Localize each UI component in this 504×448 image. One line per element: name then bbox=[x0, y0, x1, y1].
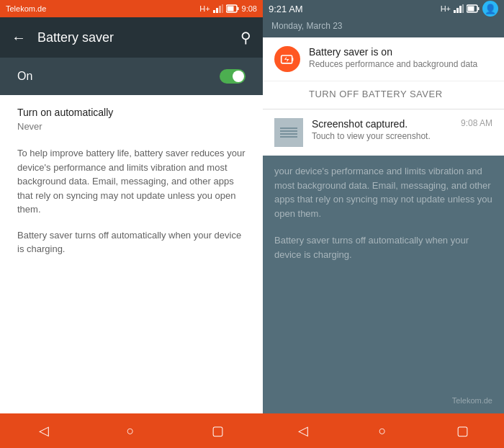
toolbar: ← Battery saver ⚲ bbox=[0, 17, 263, 58]
time-right: 9:21 AM bbox=[269, 4, 303, 14]
battery-saver-toggle[interactable] bbox=[220, 69, 246, 84]
status-icons-right: H+ 👤 bbox=[441, 1, 498, 17]
svg-rect-1 bbox=[216, 8, 218, 13]
description-2: Battery saver turns off automatically wh… bbox=[17, 228, 246, 256]
time-left: 9:08 bbox=[242, 4, 257, 13]
status-bar-right: 9:21 AM H+ 👤 bbox=[263, 0, 504, 17]
svg-rect-6 bbox=[227, 6, 233, 12]
nav-bar-left: ◁ ○ ▢ bbox=[0, 413, 263, 448]
svg-rect-3 bbox=[222, 4, 223, 13]
screenshot-notification[interactable]: Screenshot captured. 9:08 AM Touch to vi… bbox=[263, 109, 504, 156]
screenshot-title-row: Screenshot captured. 9:08 AM bbox=[312, 118, 492, 131]
battery-icon bbox=[226, 4, 239, 13]
svg-rect-8 bbox=[456, 8, 459, 13]
avatar: 👤 bbox=[482, 1, 498, 17]
toggle-label: On bbox=[17, 70, 32, 83]
left-panel: Telekom.de H+ 9:08 ← Battery saver ⚲ On bbox=[0, 0, 263, 448]
screenshot-notif-text: Screenshot captured. 9:08 AM Touch to vi… bbox=[312, 118, 492, 141]
turn-off-label[interactable]: TURN OFF BATTERY SAVER bbox=[309, 89, 443, 99]
back-nav-left[interactable]: ◁ bbox=[39, 423, 49, 439]
back-nav-right[interactable]: ◁ bbox=[298, 423, 308, 439]
auto-section-title: Turn on automatically bbox=[17, 107, 246, 118]
description-1: To help improve battery life, battery sa… bbox=[17, 146, 246, 217]
battery-notif-desc: Reduces performance and background data bbox=[309, 59, 492, 69]
carrier-text: Telekom.de bbox=[6, 4, 46, 13]
date-row: Monday, March 23 bbox=[263, 17, 504, 37]
nav-bar-right: ◁ ○ ▢ bbox=[263, 413, 504, 448]
svg-rect-9 bbox=[459, 6, 462, 13]
watermark: Telekom.de bbox=[452, 396, 492, 405]
signal-icon-right bbox=[454, 4, 464, 13]
home-nav-left[interactable]: ○ bbox=[127, 424, 135, 439]
status-icons-left: H+ 9:08 bbox=[199, 4, 257, 13]
recents-nav-left[interactable]: ▢ bbox=[212, 423, 224, 439]
auto-section-subtitle: Never bbox=[17, 121, 246, 132]
screenshot-notif-title: Screenshot captured. bbox=[312, 118, 408, 130]
notification-panel: Battery saver is on Reduces performance … bbox=[263, 37, 504, 413]
recents-nav-right[interactable]: ▢ bbox=[456, 423, 469, 439]
svg-rect-7 bbox=[454, 10, 456, 13]
battery-notif-icon bbox=[274, 46, 300, 72]
date-text: Monday, March 23 bbox=[271, 21, 343, 31]
network-icon-right: H+ bbox=[441, 4, 451, 13]
search-button[interactable]: ⚲ bbox=[240, 29, 251, 46]
battery-notif-title: Battery saver is on bbox=[309, 46, 492, 58]
svg-rect-13 bbox=[468, 6, 474, 12]
svg-rect-12 bbox=[478, 7, 480, 10]
svg-rect-0 bbox=[213, 10, 215, 13]
screenshot-thumbnail bbox=[274, 118, 303, 147]
battery-notif-text: Battery saver is on Reduces performance … bbox=[309, 46, 492, 69]
svg-rect-15 bbox=[292, 58, 294, 61]
screenshot-notif-time: 9:08 AM bbox=[461, 118, 492, 128]
network-icon: H+ bbox=[199, 4, 210, 13]
screenshot-notif-desc: Touch to view your screenshot. bbox=[312, 131, 492, 141]
home-nav-right[interactable]: ○ bbox=[379, 424, 387, 439]
svg-rect-10 bbox=[462, 4, 464, 13]
content-area: Turn on automatically Never To help impr… bbox=[0, 95, 263, 413]
page-title: Battery saver bbox=[37, 30, 240, 45]
turn-off-battery-saver[interactable]: TURN OFF BATTERY SAVER bbox=[263, 81, 504, 109]
back-button[interactable]: ← bbox=[12, 30, 26, 46]
toggle-row: On bbox=[0, 58, 263, 95]
right-background-content: your device's performance and limits vib… bbox=[263, 156, 504, 413]
bg-text-1: your device's performance and limits vib… bbox=[274, 164, 492, 220]
screenshot-preview bbox=[280, 127, 297, 138]
signal-icon bbox=[213, 4, 223, 13]
svg-rect-2 bbox=[219, 6, 221, 13]
bg-text-2: Battery saver turns off automatically wh… bbox=[274, 233, 492, 261]
right-panel: 9:21 AM H+ 👤 Monday, March 23 bbox=[263, 0, 504, 448]
svg-rect-5 bbox=[237, 7, 238, 10]
battery-notification[interactable]: Battery saver is on Reduces performance … bbox=[263, 37, 504, 81]
battery-icon-right bbox=[467, 4, 480, 13]
status-bar-left: Telekom.de H+ 9:08 bbox=[0, 0, 263, 17]
